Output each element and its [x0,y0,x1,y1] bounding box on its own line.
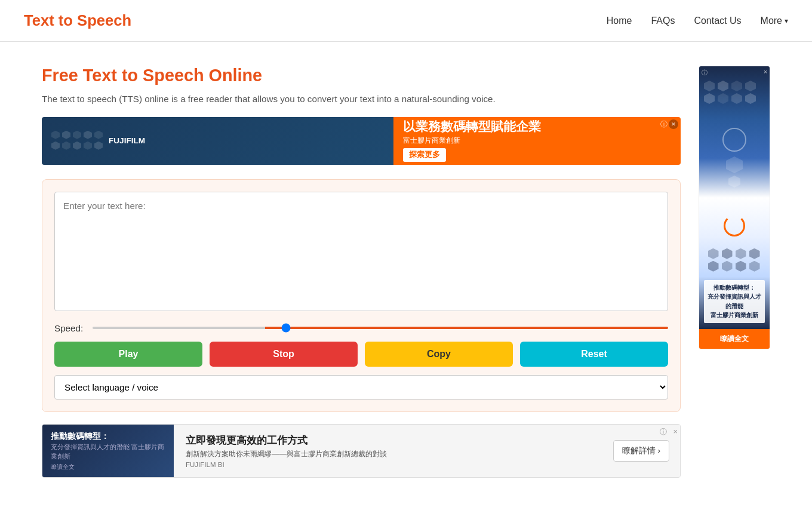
ad-close-button[interactable]: × [669,119,678,129]
brand-logo[interactable]: Text to Speech [24,12,131,29]
ad-bottom-left: 推動數碼轉型： 充分發揮資訊與人才的潛能 富士膠片商業創新 瞭讀全文 [42,425,174,477]
ad-info-button[interactable]: ⓘ [660,119,668,130]
ad-right-text: 推動數碼轉型： 充分發揮資訊與人才的潛能 富士膠片商業創新 [704,280,765,323]
main-layout: Free Text to Speech Online The text to s… [18,42,794,490]
page-description: The text to speech (TTS) online is a fre… [42,93,681,106]
ad-bottom-cta-button[interactable]: 瞭解詳情 › [613,440,669,462]
button-row: Play Stop Copy Reset [54,342,668,367]
ad-bottom-info-button[interactable]: ⓘ [660,427,667,437]
left-column: Free Text to Speech Online The text to s… [42,66,681,490]
ad-bottom-mid: 立即發現更高效的工作方式 創新解決方案助你未雨綢繆——與富士膠片商業創新總裁的對… [174,425,602,477]
ad-right-panel: 以業務數碼轉型賦能企業 富士膠片商業創新 探索更多 [393,117,681,165]
tts-box: Speed: Play Stop Copy Reset Select langu… [42,179,681,412]
reset-button[interactable]: Reset [520,342,668,367]
speed-slider[interactable] [93,327,668,329]
stop-button[interactable]: Stop [210,342,358,367]
ad-tagline: 以業務數碼轉型賦能企業 [403,119,541,134]
navbar: Text to Speech Home FAQs Contact Us More… [0,0,812,42]
ad-banner-bottom: 推動數碼轉型： 充分發揮資訊與人才的潛能 富士膠片商業創新 瞭讀全文 立即發現更… [42,424,681,478]
ad-right-image: 推動數碼轉型： 充分發揮資訊與人才的潛能 富士膠片商業創新 [699,66,770,329]
ad-right: 推動數碼轉型： 充分發揮資訊與人才的潛能 富士膠片商業創新 瞭讀全文 ⓘ × [699,66,770,349]
ad-right-cta[interactable]: 瞭讀全文 [699,329,770,349]
copy-button[interactable]: Copy [365,342,513,367]
speed-row: Speed: [54,323,668,333]
hex-grid-bottom [708,248,761,272]
ad-right-title-text: 推動數碼轉型： 充分發揮資訊與人才的潛能 富士膠片商業創新 [707,283,762,320]
hex-grid-top [704,81,757,104]
ad-bottom-title: 推動數碼轉型： [51,431,165,442]
ad-decoration [51,131,104,151]
nav-home[interactable]: Home [607,16,632,26]
ad-circle-icon [724,215,745,236]
ad-banner-top: FUJIFILM 以業務數碼轉型賦能企業 富士膠片商業創新 探索更多 ⓘ × [42,117,681,165]
ad-bottom-mid-sub: 創新解決方案助你未雨綢繆——與富士膠片商業創新總裁的對談 [186,449,590,459]
tts-textarea[interactable] [54,192,668,311]
chevron-down-icon: ▾ [785,17,788,25]
ad-subtitle: 富士膠片商業創新 [403,136,460,146]
ad-brand-logo: FUJIFILM [109,136,145,145]
ad-bottom-right: 瞭解詳情 › [602,425,680,477]
ad-bottom-mid-title: 立即發現更高效的工作方式 [186,434,590,447]
ad-right-decoration [722,128,746,188]
ad-bottom-subtitle: 充分發揮資訊與人才的潛能 富士膠片商業創新 [51,443,165,461]
ad-bottom-mid-brand: FUJIFILM BI [186,461,590,468]
nav-more-button[interactable]: More ▾ [761,16,788,26]
ad-left-panel: FUJIFILM [42,117,393,165]
ad-right-close-button[interactable]: × [764,69,767,75]
page-title: Free Text to Speech Online [42,66,681,85]
nav-contact[interactable]: Contact Us [694,16,741,26]
ad-bottom-close-button[interactable]: × [673,427,678,436]
speed-label: Speed: [54,323,83,333]
ad-bottom-brand-small: 瞭讀全文 [51,463,165,471]
play-button[interactable]: Play [54,342,202,367]
ad-right-info-button[interactable]: ⓘ [702,69,708,77]
right-column: 推動數碼轉型： 充分發揮資訊與人才的潛能 富士膠片商業創新 瞭讀全文 ⓘ × [699,66,770,490]
nav-faqs[interactable]: FAQs [651,16,675,26]
nav-menu: Home FAQs Contact Us More ▾ [607,16,788,26]
ad-cta-button[interactable]: 探索更多 [403,148,446,162]
language-select[interactable]: Select language / voice English (US) Eng… [54,375,668,400]
